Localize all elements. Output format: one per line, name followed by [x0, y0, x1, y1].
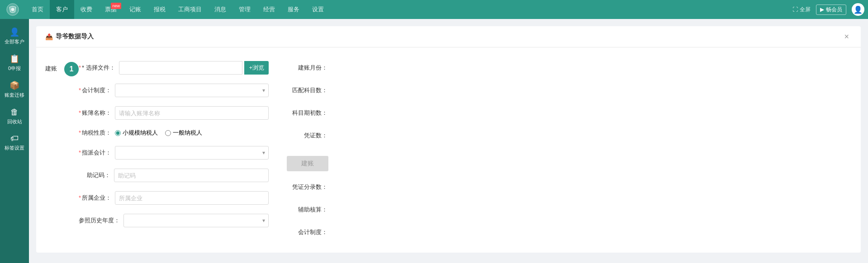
sidebar: 👤 全部客户 📋 0申报 📦 账套迁移 🗑 回收站 🏷 标签设置	[0, 19, 29, 263]
file-input-group: +浏览	[119, 61, 269, 75]
tax-general-radio[interactable]	[165, 130, 171, 136]
aux-accounting-label: 辅助核算：	[287, 206, 327, 214]
memo-code-label: 助记码：	[79, 171, 110, 179]
nav-item-tax[interactable]: 报税	[147, 0, 172, 19]
owned-enterprise-input[interactable]	[115, 191, 269, 205]
fullscreen-button[interactable]: ⛶ 全屏	[792, 6, 811, 14]
step-section: 建账 1	[45, 61, 79, 239]
info-panel: 建账月份： 匹配科目数： 科目期初数： 凭证数：	[269, 61, 852, 239]
nav-item-business[interactable]: 工商项目	[172, 0, 208, 19]
reference-year-row: 参照历史年度：	[79, 214, 269, 227]
match-subjects-label: 匹配科目数：	[287, 86, 327, 94]
sidebar-item-declarations[interactable]: 📋 0申报	[1, 50, 28, 75]
assign-accountant-label: 指派会计：	[79, 149, 111, 157]
info-accounting-system-label: 会计制度：	[287, 228, 327, 236]
nav-item-customers[interactable]: 客户	[50, 0, 74, 19]
upload-icon: 📤	[45, 33, 53, 40]
voucher-count-row: 凭证数：	[287, 129, 852, 142]
memo-code-row: 助记码：	[79, 169, 269, 182]
nav-item-service[interactable]: 服务	[281, 0, 306, 19]
new-badge: new	[111, 3, 121, 9]
aux-accounting-row: 辅助核算：	[287, 203, 852, 216]
sidebar-item-tag-settings[interactable]: 🏷 标签设置	[1, 130, 28, 155]
dialog-body: 建账 1 * 选择文件： +浏览	[36, 47, 861, 253]
sidebar-item-account-migration[interactable]: 📦 账套迁移	[1, 77, 28, 102]
voucher-entries-label: 凭证分录数：	[287, 183, 327, 191]
nav-item-settings[interactable]: 设置	[306, 0, 330, 19]
step-circle: 1	[64, 62, 79, 76]
assign-accountant-select[interactable]	[115, 146, 269, 160]
match-subjects-row: 匹配科目数：	[287, 84, 852, 97]
topnav-right: ⛶ 全屏 ▶ 畅会员 👤	[792, 3, 864, 16]
logo[interactable]	[4, 0, 22, 19]
tax-type-label: 纳税性质：	[79, 129, 111, 137]
build-account-button[interactable]: 建账	[287, 156, 328, 171]
migration-icon: 📦	[9, 80, 19, 90]
nav-item-operation[interactable]: 经营	[257, 0, 281, 19]
subject-period-row: 科目期初数：	[287, 106, 852, 120]
nav-item-invoices[interactable]: 票据 new	[99, 0, 123, 19]
info-accounting-system-row: 会计制度：	[287, 225, 852, 239]
tax-type-radio-group: 小规模纳税人 一般纳税人	[115, 129, 269, 137]
owned-enterprise-row: 所属企业：	[79, 191, 269, 205]
vip-button[interactable]: ▶ 畅会员	[816, 5, 846, 15]
memo-code-input[interactable]	[114, 169, 269, 182]
form-area: * 选择文件： +浏览 会计制度：	[79, 61, 269, 239]
trash-icon: 🗑	[10, 108, 19, 117]
avatar-icon: 👤	[854, 5, 863, 14]
svg-point-1	[11, 8, 14, 11]
sidebar-item-trash[interactable]: 🗑 回收站	[1, 104, 28, 128]
main-layout: 👤 全部客户 📋 0申报 📦 账套迁移 🗑 回收站 🏷 标签设置 📤 导爷	[0, 19, 868, 263]
reference-year-select[interactable]	[123, 214, 269, 227]
voucher-count-label: 凭证数：	[287, 132, 327, 140]
all-customers-icon: 👤	[9, 27, 19, 37]
nav-item-bookkeeping[interactable]: 记账	[123, 0, 147, 19]
ledger-name-row: 账簿名称：	[79, 106, 269, 120]
declarations-icon: 📋	[9, 54, 19, 64]
nav-item-management[interactable]: 管理	[232, 0, 257, 19]
nav-item-fees[interactable]: 收费	[74, 0, 99, 19]
nav-items: 首页 客户 收费 票据 new 记账 报税 工商项目 消息 管理 经营 服务 设…	[25, 0, 792, 19]
browse-button[interactable]: +浏览	[244, 61, 269, 75]
user-avatar[interactable]: 👤	[852, 3, 864, 16]
voucher-entries-row: 凭证分录数：	[287, 180, 852, 194]
owned-enterprise-label: 所属企业：	[79, 194, 111, 202]
accounting-system-row: 会计制度：	[79, 84, 269, 97]
assign-accountant-select-wrapper	[115, 146, 269, 160]
accounting-system-label: 会计制度：	[79, 86, 111, 94]
file-row: * 选择文件： +浏览	[79, 61, 269, 75]
tax-general-option[interactable]: 一般纳税人	[165, 129, 202, 137]
ledger-name-input[interactable]	[115, 106, 269, 120]
close-button[interactable]: ×	[841, 32, 852, 42]
reference-year-label: 参照历史年度：	[79, 216, 120, 225]
build-month-label: 建账月份：	[287, 64, 327, 72]
step-label: 建账	[45, 65, 57, 73]
assign-accountant-row: 指派会计：	[79, 146, 269, 160]
tax-small-option[interactable]: 小规模纳税人	[115, 129, 158, 137]
main-content: 📤 导爷数据导入 × 建账 1 * 选择文件：	[29, 19, 868, 263]
top-navbar: 首页 客户 收费 票据 new 记账 报税 工商项目 消息 管理 经营 服务 设…	[0, 0, 868, 19]
nav-item-home[interactable]: 首页	[25, 0, 50, 19]
ledger-name-label: 账簿名称：	[79, 109, 111, 117]
sidebar-item-all-customers[interactable]: 👤 全部客户	[1, 23, 28, 48]
fullscreen-icon: ⛶	[792, 6, 798, 13]
nav-item-messages[interactable]: 消息	[208, 0, 232, 19]
tax-small-radio[interactable]	[115, 130, 121, 136]
subject-period-label: 科目期初数：	[287, 109, 327, 117]
file-input[interactable]	[119, 61, 243, 75]
file-label: * 选择文件：	[79, 64, 115, 72]
dialog-card: 📤 导爷数据导入 × 建账 1 * 选择文件：	[36, 26, 861, 253]
dialog-header: 📤 导爷数据导入 ×	[36, 26, 861, 47]
reference-year-select-wrapper	[123, 214, 269, 227]
tax-type-row: 纳税性质： 小规模纳税人 一般纳税人	[79, 129, 269, 137]
play-icon: ▶	[820, 6, 824, 13]
build-month-row: 建账月份：	[287, 61, 852, 75]
dialog-title: 📤 导爷数据导入	[45, 33, 94, 41]
accounting-system-select[interactable]	[115, 84, 269, 97]
tag-icon: 🏷	[10, 134, 19, 143]
accounting-system-select-wrapper	[115, 84, 269, 97]
file-input-wrap	[119, 61, 243, 75]
